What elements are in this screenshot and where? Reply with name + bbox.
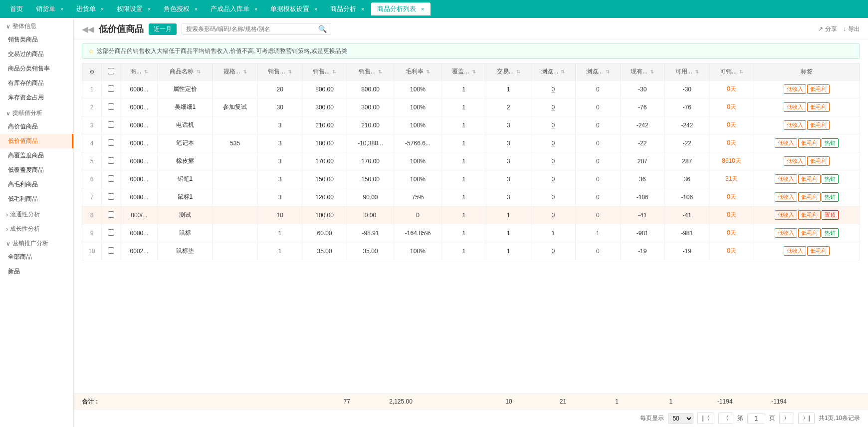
collapse-sidebar-btn[interactable]: ◀◀ xyxy=(82,24,94,34)
next-page-button[interactable]: 〉 xyxy=(779,413,794,424)
sidebar-item-all-goods[interactable]: 全部商品 xyxy=(0,250,73,264)
sidebar-item-traded-goods[interactable]: 交易过的商品 xyxy=(0,47,73,61)
sidebar-item-sales-goods[interactable]: 销售类商品 xyxy=(0,32,73,47)
close-icon[interactable]: × xyxy=(421,6,424,12)
row-checkbox[interactable] xyxy=(108,247,114,254)
sidebar-item-low-value[interactable]: 低价值商品 xyxy=(0,134,73,148)
cell-browse1[interactable]: 0 xyxy=(531,242,575,260)
sidebar-item-high-value[interactable]: 高价值商品 xyxy=(0,119,73,134)
th-checkbox[interactable] xyxy=(102,63,121,80)
sidebar-item-stocked-goods[interactable]: 有库存的商品 xyxy=(0,76,73,90)
cell-browse1[interactable]: 0 xyxy=(531,206,575,224)
cell-checkbox[interactable] xyxy=(102,224,121,242)
cell-browse1[interactable]: 0 xyxy=(531,98,575,116)
close-icon[interactable]: × xyxy=(148,6,151,12)
page-input[interactable] xyxy=(747,414,765,424)
table-container[interactable]: ⚙ 商... ⇅ 商品名称 ⇅ 规格... ⇅ 销售... ⇅ 销售... ⇅ … xyxy=(74,63,868,394)
th-code[interactable]: 商... ⇅ xyxy=(121,63,158,80)
nav-sales[interactable]: 销货单 × xyxy=(30,2,69,15)
sidebar-section-circulation[interactable]: › 流通性分析 xyxy=(0,206,73,221)
cell-checkbox[interactable] xyxy=(102,116,121,134)
th-spec[interactable]: 规格... ⇅ xyxy=(213,63,257,80)
cell-checkbox[interactable] xyxy=(102,98,121,116)
sidebar-section-marketing[interactable]: ∨ 营销推广分析 xyxy=(0,235,73,250)
prev-page-button[interactable]: 〈 xyxy=(718,413,733,424)
cell-browse1[interactable]: 1 xyxy=(531,224,575,242)
cell-browse1[interactable]: 0 xyxy=(531,170,575,188)
th-sales2[interactable]: 销售... ⇅ xyxy=(302,63,347,80)
date-filter-button[interactable]: 近一月 xyxy=(149,23,177,35)
nav-warehouse[interactable]: 产成品入库单 × xyxy=(205,2,263,15)
cell-browse1[interactable]: 0 xyxy=(531,188,575,206)
sidebar-item-inventory-capital[interactable]: 库存资金占用 xyxy=(0,90,73,105)
cell-available: 287 xyxy=(664,152,709,170)
share-button[interactable]: ↗ 分享 xyxy=(818,25,837,33)
sidebar-item-low-margin[interactable]: 低毛利商品 xyxy=(0,192,73,206)
close-icon[interactable]: × xyxy=(314,6,317,12)
cell-checkbox[interactable] xyxy=(102,80,121,98)
row-checkbox[interactable] xyxy=(108,229,114,236)
cell-checkbox[interactable] xyxy=(102,152,121,170)
export-button[interactable]: ↓ 导出 xyxy=(843,25,860,33)
th-saleable[interactable]: 可销... ⇅ xyxy=(709,63,754,80)
row-checkbox[interactable] xyxy=(108,121,114,128)
close-icon[interactable]: × xyxy=(361,6,364,12)
sidebar-item-category-sales[interactable]: 商品分类销售率 xyxy=(0,61,73,76)
th-sales3[interactable]: 销售... ⇅ xyxy=(347,63,394,80)
sidebar-section-overall[interactable]: ∨ 整体信息 xyxy=(0,18,73,32)
th-coverage[interactable]: 覆盖... ⇅ xyxy=(441,63,486,80)
per-page-select[interactable]: 50 100 200 xyxy=(668,413,693,424)
row-checkbox[interactable] xyxy=(108,211,114,218)
row-checkbox[interactable] xyxy=(108,139,114,146)
nav-roles[interactable]: 角色授权 × xyxy=(158,2,204,15)
cell-checkbox[interactable] xyxy=(102,206,121,224)
th-browse2[interactable]: 浏览... ⇅ xyxy=(576,63,620,80)
search-input[interactable] xyxy=(186,25,315,32)
close-icon[interactable]: × xyxy=(101,6,104,12)
first-page-button[interactable]: |〈 xyxy=(697,413,714,424)
cell-checkbox[interactable] xyxy=(102,188,121,206)
cell-current: 287 xyxy=(620,152,664,170)
cell-browse1[interactable]: 0 xyxy=(531,116,575,134)
cell-checkbox[interactable] xyxy=(102,170,121,188)
nav-template[interactable]: 单据模板设置 × xyxy=(264,2,323,15)
sidebar-item-new-goods[interactable]: 新品 xyxy=(0,264,73,279)
close-icon[interactable]: × xyxy=(254,6,257,12)
close-icon[interactable]: × xyxy=(60,6,63,12)
nav-permissions[interactable]: 权限设置 × xyxy=(111,2,157,15)
nav-analysis-list[interactable]: 商品分析列表 × xyxy=(371,2,430,15)
nav-analysis[interactable]: 商品分析 × xyxy=(324,2,370,15)
cell-coverage: 1 xyxy=(441,206,486,224)
th-margin[interactable]: 毛利率 ⇅ xyxy=(394,63,441,80)
sidebar-section-growth[interactable]: › 成长性分析 xyxy=(0,221,73,235)
sidebar-item-low-coverage[interactable]: 低覆盖度商品 xyxy=(0,163,73,177)
row-checkbox[interactable] xyxy=(108,175,114,182)
last-page-button[interactable]: 〉| xyxy=(798,413,815,424)
select-all-checkbox[interactable] xyxy=(108,68,114,74)
cell-coverage: 1 xyxy=(441,116,486,134)
th-browse1[interactable]: 浏览... ⇅ xyxy=(531,63,575,80)
cell-browse1[interactable]: 0 xyxy=(531,152,575,170)
th-trade[interactable]: 交易... ⇅ xyxy=(486,63,531,80)
sidebar-item-high-coverage[interactable]: 高覆盖度商品 xyxy=(0,148,73,163)
row-checkbox[interactable] xyxy=(108,85,114,92)
cell-saleable: 0天 xyxy=(709,80,754,98)
cell-checkbox[interactable] xyxy=(102,134,121,152)
nav-purchase[interactable]: 进货单 × xyxy=(70,2,110,15)
close-icon[interactable]: × xyxy=(195,6,198,12)
nav-home[interactable]: 首页 xyxy=(4,2,29,15)
row-checkbox[interactable] xyxy=(108,193,114,200)
th-name[interactable]: 商品名称 ⇅ xyxy=(158,63,213,80)
cell-checkbox[interactable] xyxy=(102,242,121,260)
cell-browse1[interactable]: 0 xyxy=(531,80,575,98)
row-checkbox[interactable] xyxy=(108,103,114,110)
row-checkbox[interactable] xyxy=(108,157,114,164)
th-settings[interactable]: ⚙ xyxy=(82,63,102,80)
sidebar-item-high-margin[interactable]: 高毛利商品 xyxy=(0,177,73,192)
th-available[interactable]: 可用... ⇅ xyxy=(664,63,709,80)
cell-browse1[interactable]: 0 xyxy=(531,134,575,152)
sidebar-section-contribution[interactable]: ∨ 贡献值分析 xyxy=(0,105,73,119)
th-current[interactable]: 现有... ⇅ xyxy=(620,63,664,80)
search-icon[interactable]: 🔍 xyxy=(318,25,327,33)
th-sales1[interactable]: 销售... ⇅ xyxy=(257,63,302,80)
